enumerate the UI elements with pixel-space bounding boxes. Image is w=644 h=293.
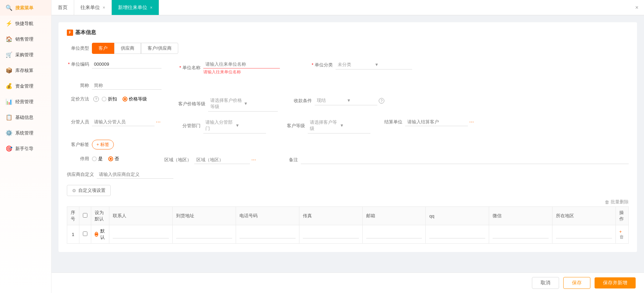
region-input[interactable] — [194, 156, 250, 164]
add-tag-btn[interactable]: + 标签 — [92, 140, 114, 149]
manager-more-btn[interactable]: ··· — [155, 119, 162, 125]
manager-field: 分管人员 ··· — [67, 118, 178, 126]
price-level-select[interactable]: 请选择客户价格等级 ▼ — [208, 96, 278, 112]
custom-settings-btn[interactable]: ⚙ 自定义项设置 — [67, 185, 111, 196]
unit-type-label: 单位类型 — [67, 45, 92, 51]
price-level-field: 客户价格等级 请选择客户价格等级 ▼ — [178, 96, 290, 112]
phone-input[interactable] — [239, 230, 296, 238]
cell-fax — [299, 225, 362, 244]
contacts-table: 序号 设为默认 联系人 到货地址 电话号码 传真 邮箱 qq 微信 所在地区 操… — [67, 206, 629, 244]
sidebar-item-purchase[interactable]: 🛒 采购管理 — [0, 47, 51, 63]
settlement-label: 结算单位 — [380, 119, 405, 125]
contact-input[interactable] — [113, 230, 169, 238]
default-radio[interactable]: 默认 — [95, 228, 106, 241]
abbrev-label: 简称 — [67, 82, 92, 89]
col-seq: 序号 — [67, 207, 79, 225]
remarks-input[interactable] — [301, 156, 629, 164]
cell-region — [552, 225, 615, 244]
department-field: 分管部门 请输入分管部门 ▼ — [178, 118, 283, 133]
table-region-input[interactable] — [556, 230, 612, 238]
type-btn-both[interactable]: 客户/供应商 — [141, 43, 178, 54]
batch-delete-btn[interactable]: 🗑 批量删除 — [67, 199, 629, 205]
basic-info-card: F 基本信息 单位类型 客户 供应商 客户/供应商 单位编码 — [58, 22, 637, 252]
manager-input[interactable] — [92, 118, 155, 126]
inventory-icon: 📦 — [6, 67, 13, 74]
tab-units[interactable]: 往来单位 × — [74, 0, 112, 15]
sidebar-item-search[interactable]: 🔍 搜索菜单 — [0, 0, 51, 16]
address-input[interactable] — [176, 230, 232, 238]
tab-new-unit[interactable]: 新增往来单位 × — [112, 0, 159, 15]
fax-input[interactable] — [303, 230, 359, 238]
basic-icon: 📋 — [6, 114, 13, 121]
tab-bar-close-all[interactable]: × — [630, 5, 644, 11]
pricing-radio-discount[interactable]: 折扣 — [102, 96, 117, 102]
sidebar-item-inventory[interactable]: 📦 库存核算 — [0, 63, 51, 78]
batch-delete-icon: 🗑 — [605, 200, 609, 205]
email-input[interactable] — [366, 230, 422, 238]
search-icon: 🔍 — [6, 5, 13, 11]
sidebar-item-sales[interactable]: 🏠 销售管理 — [0, 31, 51, 47]
sidebar-item-finance[interactable]: 💰 资金管理 — [0, 78, 51, 94]
sidebar: 🔍 搜索菜单 ⚡ 快捷导航 🏠 销售管理 🛒 采购管理 📦 库存核算 💰 资金管… — [0, 0, 52, 293]
customer-level-select[interactable]: 请选择客户等级 ▼ — [308, 118, 370, 133]
type-btn-supplier[interactable]: 供应商 — [114, 43, 141, 54]
main-area: 首页 往来单位 × 新增往来单位 × × F 基本信息 单位类型 客户 — [52, 0, 644, 293]
cell-wechat — [489, 225, 552, 244]
disabled-radio-no[interactable]: 否 — [108, 156, 119, 162]
sidebar-item-basic[interactable]: 📋 基础信息 — [0, 109, 51, 125]
delete-row-btn[interactable]: 🗑 — [619, 234, 624, 239]
tab-new-unit-close[interactable]: × — [150, 5, 152, 10]
unit-code-label: 单位编码 — [67, 61, 92, 67]
payment-chevron-icon: ▼ — [347, 98, 375, 103]
row-checkbox[interactable] — [83, 231, 87, 236]
unit-code-input[interactable] — [92, 60, 162, 68]
customer-tag-field: 客户标签 + 标签 — [67, 140, 629, 149]
price-level-label: 客户价格等级 — [178, 101, 208, 107]
manager-row: 分管人员 ··· 分管部门 请输入分管部门 ▼ 客户等级 请选择客户等级 ▼ — [67, 118, 629, 133]
region-more-btn[interactable]: ··· — [250, 157, 257, 163]
sidebar-item-system[interactable]: ⚙️ 系统管理 — [0, 125, 51, 141]
type-btn-customer[interactable]: 客户 — [92, 43, 114, 54]
payment-terms-select[interactable]: 现结 ▼ — [315, 96, 377, 105]
unit-type-field: 单位类型 客户 供应商 客户/供应商 — [67, 43, 629, 54]
qq-input[interactable] — [429, 230, 485, 238]
section-title-icon: F — [67, 30, 73, 36]
abbrev-input[interactable] — [92, 81, 162, 90]
save-add-button[interactable]: 保存并新增 — [595, 277, 636, 288]
sidebar-item-quicknav[interactable]: ⚡ 快捷导航 — [0, 16, 51, 31]
col-qq: qq — [426, 207, 489, 225]
pricing-radio-level[interactable]: 价格等级 — [123, 96, 147, 102]
section-title: F 基本信息 — [67, 29, 629, 36]
wechat-input[interactable] — [493, 230, 549, 238]
table-row: 1 默认 — [67, 225, 629, 244]
tab-units-close[interactable]: × — [103, 5, 105, 10]
add-row-btn[interactable]: + — [619, 229, 622, 234]
pricing-help-icon[interactable]: ? — [93, 96, 99, 102]
level-radio-circle — [123, 97, 127, 101]
settlement-more-btn[interactable]: ··· — [468, 119, 475, 125]
disabled-radio-yes[interactable]: 是 — [92, 156, 103, 162]
unit-category-select[interactable]: 未分类 ▼ — [336, 60, 412, 70]
select-all-checkbox[interactable] — [83, 213, 87, 218]
tab-bar: 首页 往来单位 × 新增往来单位 × × — [52, 0, 644, 15]
unit-type-row: 单位类型 客户 供应商 客户/供应商 — [67, 43, 629, 54]
department-select[interactable]: 请输入分管部门 ▼ — [203, 118, 266, 133]
region-label: 区域（地区） — [164, 157, 194, 163]
table-header-row: 序号 设为默认 联系人 到货地址 电话号码 传真 邮箱 qq 微信 所在地区 操… — [67, 207, 629, 225]
save-button[interactable]: 保存 — [563, 277, 590, 289]
cancel-button[interactable]: 取消 — [532, 277, 559, 289]
finance-icon: 💰 — [6, 83, 13, 89]
cust-level-chevron-icon: ▼ — [340, 123, 368, 128]
cell-contact — [109, 225, 173, 244]
tab-home[interactable]: 首页 — [52, 0, 74, 15]
sidebar-item-operations[interactable]: 📊 经营管理 — [0, 94, 51, 109]
supplier-custom-input[interactable] — [97, 170, 173, 179]
settlement-field: 结算单位 ··· — [380, 118, 478, 126]
content-area: F 基本信息 单位类型 客户 供应商 客户/供应商 单位编码 — [52, 15, 644, 272]
payment-help-icon[interactable]: ? — [379, 98, 384, 104]
settlement-input[interactable] — [405, 118, 468, 126]
no-radio-circle — [108, 156, 113, 161]
purchase-icon: 🛒 — [6, 51, 13, 58]
sidebar-item-guide[interactable]: 🎯 新手引导 — [0, 141, 51, 156]
unit-name-input[interactable] — [203, 60, 280, 68]
